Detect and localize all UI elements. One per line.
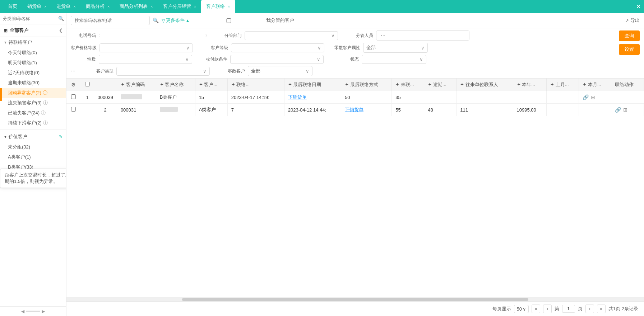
col-last-date[interactable]: ✦ 最后联络日期 bbox=[284, 79, 341, 91]
sidebar-a-class[interactable]: A类客户(1) bbox=[0, 152, 66, 162]
row1-method-link[interactable]: 下销货单 bbox=[288, 94, 307, 100]
query-button[interactable]: 查询 bbox=[619, 30, 640, 41]
col-unit-contacts[interactable]: ✦ 往来单位联系人 bbox=[457, 79, 513, 91]
nav-customer-seg-close[interactable]: × bbox=[194, 4, 196, 9]
sidebar-scroll-right[interactable]: ▶ bbox=[42, 309, 45, 314]
col-last-month[interactable]: ✦ 上月... bbox=[547, 79, 579, 91]
sidebar-lapsed-customers[interactable]: 已流失客户(24) ⓘ bbox=[0, 108, 66, 118]
col-settings[interactable]: ⚙ bbox=[66, 79, 81, 91]
sidebar-scroll-left[interactable]: ◀ bbox=[21, 309, 24, 314]
col-name[interactable]: ✦ 客户名称 bbox=[156, 79, 195, 91]
nature-select[interactable]: ∨ bbox=[99, 55, 192, 64]
sidebar-7day-pending[interactable]: 近7天待联络(0) bbox=[0, 68, 66, 78]
nav-analysis-list[interactable]: 商品分析列表 × bbox=[115, 0, 158, 13]
sidebar-search-icon[interactable]: 🔍 bbox=[58, 16, 64, 21]
sidebar-overdue-pending[interactable]: 逾期未联络(30) bbox=[0, 78, 66, 88]
nav-sales[interactable]: 销货单 × bbox=[22, 0, 51, 13]
customer-grade-select[interactable]: ∨ bbox=[231, 43, 324, 52]
search-input[interactable] bbox=[71, 16, 150, 25]
prev-page-button[interactable]: ‹ bbox=[543, 305, 552, 313]
status-select[interactable]: ∨ bbox=[362, 55, 426, 64]
row1-not-contact: 50 bbox=[341, 91, 392, 104]
col-not-contact[interactable]: ✦ 未联... bbox=[392, 79, 424, 91]
next-page-button[interactable]: › bbox=[585, 305, 594, 313]
scatter-customer-arrow: ∨ bbox=[306, 69, 309, 74]
row2-last-method[interactable]: 下销货单 bbox=[341, 104, 392, 116]
nav-customer-contact[interactable]: 客户联络 × bbox=[201, 0, 235, 13]
dept-arrow-icon: ∨ bbox=[331, 33, 335, 38]
row2-action-link-icon[interactable]: 🔗 bbox=[615, 107, 621, 113]
filter-row-4: ··· 客户类型 ∨ 零散客户 全部 ∨ bbox=[71, 66, 615, 76]
col-category[interactable]: ✦ 客户... bbox=[195, 79, 227, 91]
manager-dots[interactable]: ··· bbox=[381, 32, 385, 39]
manager-select[interactable]: ··· bbox=[376, 30, 469, 41]
first-page-button[interactable]: « bbox=[532, 305, 540, 313]
scatter-customer-label: 零散客户 bbox=[220, 68, 245, 74]
col-this-month[interactable]: ✦ 本月... bbox=[579, 79, 611, 91]
column-settings-button[interactable]: ⚙ bbox=[71, 82, 76, 88]
col-last-method[interactable]: ✦ 最后联络方式 bbox=[341, 79, 392, 91]
nav-purchase-close[interactable]: × bbox=[73, 4, 75, 9]
col-this-year[interactable]: ✦ 本年... bbox=[513, 79, 546, 91]
my-customer-toggle[interactable]: 我分管的客户 bbox=[193, 17, 294, 24]
col-contact-count[interactable]: ✦ 联络... bbox=[227, 79, 284, 91]
nav-analysis[interactable]: 商品分析 × bbox=[81, 0, 115, 13]
sidebar-pending-group[interactable]: ▼ 待联络客户 bbox=[0, 37, 66, 48]
settings-button[interactable]: 设置 bbox=[619, 44, 640, 55]
filter-action-buttons: 查询 设置 bbox=[619, 30, 640, 55]
sidebar-ungroup[interactable]: 未分组(32) bbox=[0, 142, 66, 152]
nav-purchase[interactable]: 进货单 × bbox=[51, 0, 80, 13]
search-button[interactable]: 🔍 bbox=[153, 18, 159, 23]
close-all-tabs[interactable]: × bbox=[636, 3, 640, 10]
col-checkbox[interactable] bbox=[81, 79, 94, 91]
row1-checkbox[interactable] bbox=[71, 94, 76, 99]
export-button[interactable]: ↗ 导出 bbox=[625, 17, 640, 24]
sidebar-today-pending[interactable]: 今天待联络(0) bbox=[0, 48, 66, 58]
payment-select[interactable]: ∨ bbox=[230, 55, 324, 64]
grid-icon: ⊞ bbox=[4, 28, 8, 33]
row1-action-grid-icon[interactable]: ⊞ bbox=[591, 94, 595, 100]
sidebar-declining-customers[interactable]: 持续下滑客户(2) ⓘ bbox=[0, 118, 66, 128]
col-index bbox=[94, 79, 117, 91]
row1-action-link-icon[interactable]: 🔗 bbox=[583, 94, 589, 100]
phone-input[interactable] bbox=[99, 34, 207, 37]
nav-analysis-list-close[interactable]: × bbox=[150, 4, 153, 9]
scatter-customer-select[interactable]: 全部 ∨ bbox=[248, 66, 312, 76]
per-page-select[interactable]: 50 ∨ bbox=[514, 305, 528, 313]
col-overdue[interactable]: ✦ 逾期... bbox=[424, 79, 457, 91]
row1-checkbox-cell bbox=[66, 91, 81, 104]
scatter-attr-select[interactable]: 全部 ∨ bbox=[363, 43, 428, 53]
row1-overdue: 35 bbox=[392, 91, 424, 104]
select-all-checkbox[interactable] bbox=[85, 82, 90, 86]
sidebar-all-customers[interactable]: ⊞ 全部客户 ❮ bbox=[0, 24, 66, 37]
nav-customer-seg[interactable]: 客户分层经营 × bbox=[158, 0, 201, 13]
price-grade-select[interactable]: ∨ bbox=[99, 43, 193, 52]
row2-checkbox[interactable] bbox=[71, 107, 76, 112]
page-number-input[interactable] bbox=[562, 305, 575, 313]
sidebar-value-group[interactable]: ▼ 价值客户 ✎ bbox=[0, 131, 66, 142]
nav-sales-close[interactable]: × bbox=[44, 4, 46, 9]
sidebar-lapse-warning[interactable]: 流失预警客户(3) ⓘ bbox=[0, 98, 66, 108]
customer-type-select[interactable]: ∨ bbox=[116, 67, 210, 76]
row1-last-method[interactable]: 下销货单 bbox=[284, 91, 341, 104]
tooltip-repurchase: 距客户上次交易时长，超过了此客户的平均交易周期的1.5倍，则视为异常。 bbox=[0, 169, 66, 188]
sidebar-search-input[interactable] bbox=[3, 16, 57, 21]
sidebar-tomorrow-pending[interactable]: 明天待联络(1) bbox=[0, 58, 66, 68]
value-edit-icon[interactable]: ✎ bbox=[59, 134, 62, 139]
sidebar-repurchase-anomaly[interactable]: 回购异常客户(2) ⓘ bbox=[0, 88, 66, 98]
nav-home[interactable]: 首页 bbox=[3, 0, 22, 13]
my-customer-checkbox[interactable] bbox=[193, 18, 265, 23]
last-page-button[interactable]: » bbox=[597, 305, 606, 313]
dept-select[interactable]: ∨ bbox=[245, 31, 338, 40]
nav-customer-contact-close[interactable]: × bbox=[228, 4, 230, 9]
sidebar-collapse-btn[interactable]: ❮ bbox=[59, 28, 62, 33]
per-page-label: 每页显示 bbox=[492, 306, 511, 312]
row2-method-link[interactable]: 下销货单 bbox=[345, 107, 363, 112]
nav-analysis-close[interactable]: × bbox=[107, 4, 110, 9]
table-header-row: ⚙ ✦ 客户编码 ✦ 客户名称 bbox=[66, 79, 644, 91]
row4-dots[interactable]: ··· bbox=[71, 68, 75, 74]
horizontal-scrollbar[interactable] bbox=[66, 297, 644, 301]
row2-action-grid-icon[interactable]: ⊞ bbox=[623, 107, 627, 113]
col-code[interactable]: ✦ 客户编码 bbox=[117, 79, 156, 91]
more-conditions-btn[interactable]: ▽ 更多条件 ▲ bbox=[162, 17, 190, 24]
